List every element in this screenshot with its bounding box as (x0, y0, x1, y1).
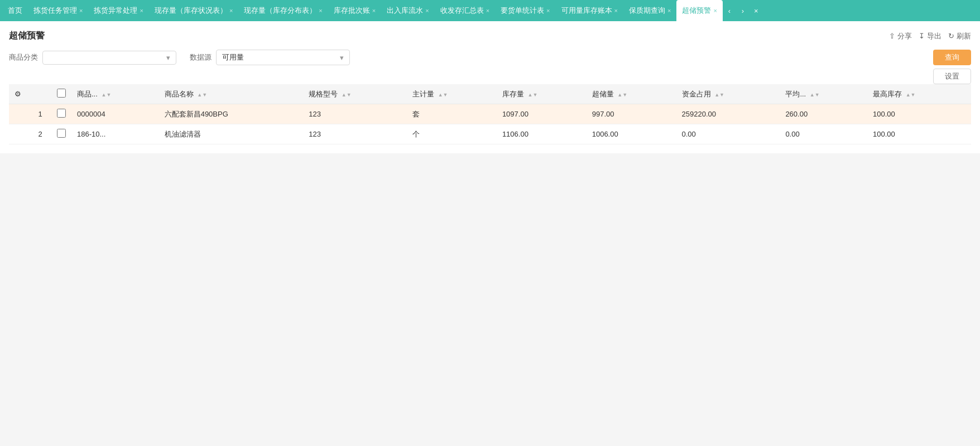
nav-item-task-mgmt[interactable]: 拣货任务管理 × (28, 0, 88, 21)
filter-row: 商品分类 ▾ 数据源 可用量 ▾ (9, 50, 933, 65)
close-icon[interactable]: × (319, 7, 322, 14)
page-container: 超储预警 ⇧ 分享 ↧ 导出 ↻ 刷新 商品分类 (0, 21, 980, 153)
nav-arrow-close[interactable]: × (750, 0, 763, 21)
settings-button[interactable]: 设置 (933, 69, 971, 84)
row-stock: 1097.00 (497, 104, 587, 124)
datasource-select[interactable]: 可用量 ▾ (216, 50, 350, 65)
sort-arrows-icon[interactable]: ▲▼ (101, 93, 111, 98)
row-product-code: 186-10... (71, 124, 159, 144)
row-unit: 个 (407, 124, 497, 144)
th-overflow[interactable]: 超储量 ▲▼ (587, 84, 676, 104)
table-header-row: ⚙ 商品... ▲▼ 商品名称 ▲▼ 规格型号 ▲▼ (9, 84, 971, 104)
page-header: 超储预警 ⇧ 分享 ↧ 导出 ↻ 刷新 (9, 30, 971, 42)
row-overflow: 1006.00 (587, 124, 676, 144)
row-gear-cell (9, 124, 29, 144)
category-label: 商品分类 (9, 52, 38, 62)
row-checkbox[interactable] (57, 109, 66, 118)
row-capital: 259220.00 (676, 104, 780, 124)
th-average[interactable]: 平均... ▲▼ (780, 84, 867, 104)
close-icon[interactable]: × (486, 7, 489, 14)
gear-icon[interactable]: ⚙ (15, 90, 21, 98)
close-icon[interactable]: × (546, 7, 550, 14)
th-max-stock[interactable]: 最高库存 ▲▼ (867, 84, 971, 104)
th-unit[interactable]: 主计量 ▲▼ (407, 84, 497, 104)
row-product-code: 0000004 (71, 104, 159, 124)
sort-arrows-icon[interactable]: ▲▼ (528, 93, 538, 98)
row-average: 0.00 (780, 124, 867, 144)
share-button[interactable]: ⇧ 分享 (889, 31, 912, 41)
row-max-stock: 100.00 (867, 124, 971, 144)
row-average: 260.00 (780, 104, 867, 124)
th-spec[interactable]: 规格型号 ▲▼ (303, 84, 407, 104)
chevron-down-icon: ▾ (340, 54, 344, 62)
nav-arrow-left[interactable]: ‹ (723, 0, 736, 21)
close-icon[interactable]: × (425, 7, 429, 14)
th-index (29, 84, 51, 104)
row-checkbox-cell (51, 104, 71, 124)
row-checkbox-cell (51, 124, 71, 144)
nav-item-available[interactable]: 可用量库存账本 × (556, 0, 623, 21)
row-index: 1 (29, 104, 51, 124)
th-gear[interactable]: ⚙ (9, 84, 29, 104)
close-icon[interactable]: × (229, 7, 233, 14)
select-all-checkbox[interactable] (57, 89, 66, 98)
nav-item-exception[interactable]: 拣货异常处理 × (88, 0, 148, 21)
filter-area: 商品分类 ▾ 数据源 可用量 ▾ 查询 设置 (9, 50, 971, 84)
filter-main: 商品分类 ▾ 数据源 可用量 ▾ (9, 50, 933, 65)
export-icon: ↧ (919, 32, 925, 40)
nav-item-flow[interactable]: 出入库流水 × (381, 0, 434, 21)
nav-item-summary[interactable]: 收发存汇总表 × (435, 0, 495, 21)
nav-item-batch[interactable]: 库存批次账 × (328, 0, 381, 21)
sort-arrows-icon[interactable]: ▲▼ (714, 93, 724, 98)
table-row: 2 186-10... 机油滤清器 123 个 1106.00 1006.00 … (9, 124, 971, 144)
row-spec: 123 (303, 104, 407, 124)
table-row: 1 0000004 六配套新昌490BPG 123 套 1097.00 997.… (9, 104, 971, 124)
nav-item-stock-status[interactable]: 现存量（库存状况表） × (149, 0, 238, 21)
data-table: ⚙ 商品... ▲▼ 商品名称 ▲▼ 规格型号 ▲▼ (9, 84, 971, 144)
page-title: 超储预警 (9, 30, 45, 42)
nav-item-req-stats[interactable]: 要货单统计表 × (495, 0, 555, 21)
nav-item-expiry[interactable]: 保质期查询 × (623, 0, 676, 21)
nav-item-overstock[interactable]: 超储预警 × (676, 0, 722, 21)
row-product-name: 六配套新昌490BPG (159, 104, 304, 124)
category-filter-group: 商品分类 ▾ (9, 51, 176, 65)
row-capital: 0.00 (676, 124, 780, 144)
row-max-stock: 100.00 (867, 104, 971, 124)
datasource-filter-group: 数据源 可用量 ▾ (190, 50, 350, 65)
category-select[interactable]: ▾ (42, 51, 176, 65)
share-icon: ⇧ (889, 32, 895, 40)
th-product-name[interactable]: 商品名称 ▲▼ (159, 84, 304, 104)
close-icon[interactable]: × (667, 7, 671, 14)
close-icon[interactable]: × (372, 7, 376, 14)
header-actions: ⇧ 分享 ↧ 导出 ↻ 刷新 (889, 31, 971, 41)
sort-arrows-icon[interactable]: ▲▼ (197, 93, 207, 98)
close-icon[interactable]: × (140, 7, 143, 14)
th-checkbox (51, 84, 71, 104)
nav-item-stock-dist[interactable]: 现存量（库存分布表） × (238, 0, 328, 21)
row-spec: 123 (303, 124, 407, 144)
row-index: 2 (29, 124, 51, 144)
chevron-down-icon: ▾ (166, 54, 170, 62)
th-stock[interactable]: 库存量 ▲▼ (497, 84, 587, 104)
sort-arrows-icon[interactable]: ▲▼ (810, 93, 820, 98)
sort-arrows-icon[interactable]: ▲▼ (342, 93, 352, 98)
row-stock: 1106.00 (497, 124, 587, 144)
sort-arrows-icon[interactable]: ▲▼ (906, 93, 916, 98)
top-navigation: 首页 拣货任务管理 × 拣货异常处理 × 现存量（库存状况表） × 现存量（库存… (0, 0, 980, 21)
sort-arrows-icon[interactable]: ▲▼ (438, 93, 448, 98)
datasource-label: 数据源 (190, 52, 212, 62)
refresh-button[interactable]: ↻ 刷新 (948, 31, 971, 41)
sort-arrows-icon[interactable]: ▲▼ (617, 93, 627, 98)
row-checkbox[interactable] (57, 129, 66, 138)
th-capital[interactable]: 资金占用 ▲▼ (676, 84, 780, 104)
close-icon[interactable]: × (713, 7, 717, 14)
refresh-icon: ↻ (948, 32, 954, 40)
th-product-code[interactable]: 商品... ▲▼ (71, 84, 159, 104)
query-button[interactable]: 查询 (933, 50, 971, 65)
close-icon[interactable]: × (614, 7, 618, 14)
export-button[interactable]: ↧ 导出 (919, 31, 941, 41)
close-icon[interactable]: × (79, 7, 83, 14)
nav-arrow-right[interactable]: › (736, 0, 750, 21)
nav-item-home[interactable]: 首页 (2, 0, 28, 21)
row-product-name: 机油滤清器 (159, 124, 304, 144)
